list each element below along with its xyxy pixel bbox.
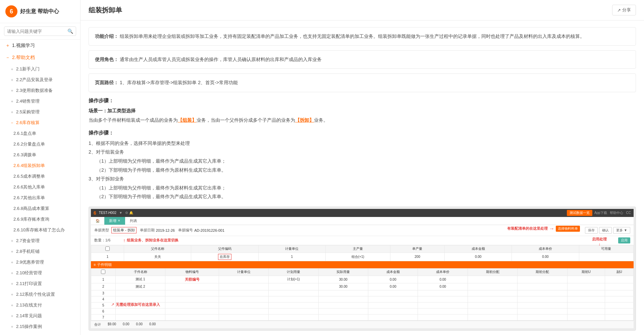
table-row: 6 <box>91 308 634 314</box>
mock-test-btn[interactable]: 测试数据一览 <box>567 210 592 216</box>
sidebar-item-s261[interactable]: 2.6.1盘点单 <box>5 128 80 139</box>
select-all-upper[interactable] <box>105 246 110 251</box>
intro-box: 功能介绍： 组装拆卸单用来处理企业组装或拆卸等加工业务，支持有固定装配清单的产品… <box>89 27 636 46</box>
sidebar-item-s24[interactable]: ＋ 2.4销售管理 <box>0 96 80 107</box>
th-cost-price: 成本单价 <box>512 245 579 253</box>
sidebar-item-s267[interactable]: 2.6.7其他出库单 <box>5 192 80 203</box>
sidebar-item-s29[interactable]: ＋ 2.9优惠券管理 <box>0 257 80 268</box>
sidebar-item-s262[interactable]: 2.6.2分量盘点单 <box>5 139 80 150</box>
logo-area: 6 好生意 帮助中心 <box>0 0 80 23</box>
red-box-code: 在库存 <box>218 254 231 260</box>
search-box[interactable]: 🔍 <box>4 26 76 36</box>
th-cost-amt2: 成本金额 <box>368 268 418 276</box>
strip-icon: ≡ <box>94 263 96 267</box>
th-u: 期初U <box>567 268 605 276</box>
annotation1-group: 有装配清单的在这里处理 → 选择物料料单 <box>507 226 580 232</box>
search-area: 🔍 <box>0 23 80 40</box>
mock-more-btn[interactable]: 更多 ▼ <box>613 227 630 234</box>
select-all-lower[interactable] <box>101 270 105 274</box>
annotation3-arrow: ↑ <box>123 238 125 243</box>
mock-upper-table-wrap: 父件名称 父件编码 计量单位 主产量 单产量 成本金额 成本单价 可用量 1 <box>91 245 634 261</box>
sub-plus-icon: ＋ <box>10 260 14 265</box>
sidebar-item-s2610[interactable]: 2.6.10库存账本错了怎么办 <box>5 225 80 235</box>
sidebar-item-s213[interactable]: ＋ 2.13在线支付 <box>0 300 80 311</box>
nav-sub-list-docs: ＋ 2.1新手入门 ＋ 2.2产品安装及登录 ＋ 2.3使用前数据准备 ＋ 2.… <box>0 64 80 332</box>
th-cost-amt: 成本金额 <box>445 245 512 253</box>
td-parent-name: 关关 <box>124 253 191 261</box>
sidebar-item-s22[interactable]: ＋ 2.2产品安装及登录 <box>0 74 80 85</box>
share-icon: ↗ <box>617 8 621 13</box>
sub-plus-icon: ＋ <box>10 302 14 308</box>
close-icon: ✕ <box>118 219 120 222</box>
sub-plus-icon: ＋ <box>10 109 14 115</box>
th-actual-qty: 实际用量 <box>318 268 368 276</box>
sidebar-item-s265[interactable]: 2.6.5成本调整单 <box>5 171 80 182</box>
step2-sub2: （2）下部明细为子件明细，最终作为原材料生成其它出库单。 <box>97 166 636 175</box>
table-row: 5 <box>91 302 634 308</box>
sidebar-item-s23[interactable]: ＋ 2.3使用前数据准备 <box>0 85 80 96</box>
th-unit-qty: 单产量 <box>390 245 444 253</box>
mock-lower-table-body: 1 测试 1 关联编号 计划(+1) 30.00 0.00 0.00 <box>91 276 634 320</box>
sidebar-item-s21[interactable]: ＋ 2.1新手入门 <box>0 64 80 74</box>
mock-top-nav: 6 TEST-H002 ▼ ⚙ 🔔 测试数据一览 App下载 帮助中心 CC <box>91 209 634 217</box>
ops-heading: 操作步骤： <box>89 98 636 104</box>
mock-confirm-btn[interactable]: 确认 <box>599 227 612 234</box>
step2-text: 2、对于组装业务 <box>89 148 636 157</box>
annotation4-group: 启用处理 ↓ <box>592 237 607 246</box>
sidebar-item-s268[interactable]: 2.6.8商品成本重算 <box>5 203 80 214</box>
mock-type-label: 单据类型 <box>94 228 109 232</box>
td-main-qty: 组合(+1) <box>325 253 390 261</box>
search-input[interactable] <box>7 29 67 34</box>
mock-left-icons: 🏠 <box>91 217 104 225</box>
td-parent-code: 在库存 <box>191 253 258 261</box>
sidebar-item-s211[interactable]: ＋ 2.11打印设置 <box>0 278 80 289</box>
sidebar-item-s269[interactable]: 2.6.9库存账本查询 <box>5 214 80 225</box>
role-box: 使用角色： 通常由生产人员或库管人员完成拆装业务的操作，库管人员确认原材料的出库… <box>89 50 636 69</box>
step3-sub2: （2）下部明细为子件明细，最终作为产成品生成其它入库单。 <box>97 192 636 201</box>
annotation1-text: 有装配清单的在这里处理 <box>507 226 548 231</box>
mock-enable-btn[interactable]: 启用 <box>618 237 630 243</box>
sidebar-item-docs[interactable]: － 2.帮助文档 <box>0 52 80 64</box>
mock-lower-table: 子件名称 物料编号 计量单位 计划用量 实际用量 成本金额 成本单价 期初分配 … <box>91 268 634 321</box>
th-unit: 计量单位 <box>258 245 325 253</box>
nav-list: ＋ 1.视频学习 － 2.帮助文档 ＋ 2.1新手入门 ＋ 2.2产品安装及登录 <box>0 40 80 335</box>
sidebar-item-s212[interactable]: ＋ 2.12系统个性化设置 <box>0 289 80 300</box>
mock-save-btn[interactable]: 保存 <box>585 227 598 234</box>
mock-tab-active[interactable]: 新增 ✕ <box>104 217 125 225</box>
table-row: 7 <box>91 314 634 320</box>
sidebar-item-s28[interactable]: ＋ 2.8手机旺铺 <box>0 246 80 257</box>
sidebar-item-s27[interactable]: ＋ 2.7资金管理 <box>0 235 80 246</box>
th-child-name: 子件名称 <box>115 268 165 276</box>
th-cb <box>91 268 116 276</box>
td-cost-price: 0.00 <box>512 253 579 261</box>
step3-sub1: （1）上部明细为父件明细，最终作为原材料生成其它出库单； <box>97 183 636 192</box>
search-icon: 🔍 <box>67 29 73 34</box>
sidebar-item-s215[interactable]: ＋ 2.15操作案例 <box>0 321 80 332</box>
sidebar-item-s266[interactable]: 2.6.6其他入库单 <box>5 182 80 192</box>
sidebar-item-s25[interactable]: ＋ 2.5采购管理 <box>0 107 80 117</box>
share-button[interactable]: ↗ 分享 <box>612 5 636 15</box>
step2-sub1: （1）上部明细为父件明细，最终作为产成品生成其它入库单； <box>97 157 636 166</box>
mock-num-field: 单据编号 AD-20191226-001 <box>178 228 224 233</box>
sidebar-item-s26[interactable]: － 2.6库存核算 <box>0 117 80 128</box>
sub-plus-icon: ＋ <box>10 66 14 72</box>
ops-steps-label: 操作步骤： <box>89 130 636 136</box>
mock-tab-list[interactable]: 列表 <box>125 217 142 225</box>
sidebar-item-s210[interactable]: ＋ 2.10经营管理 <box>0 268 80 278</box>
strip-text: 子件明细 <box>97 262 112 267</box>
sidebar-item-s214[interactable]: ＋ 2.14常见问题 <box>0 311 80 321</box>
table-row: 1 测试 1 关联编号 计划(+1) 30.00 0.00 0.00 <box>91 276 634 283</box>
th-parent-code: 父件编码 <box>191 245 258 253</box>
sidebar-item-s263[interactable]: 2.6.3调拨单 <box>5 150 80 160</box>
th-init-alloc: 期初分配 <box>468 268 517 276</box>
mock-date-field: 单据日期 2019-12-26 <box>140 228 175 233</box>
sidebar-item-video[interactable]: ＋ 1.视频学习 <box>0 40 80 52</box>
highlight-chaijian: 【拆卸】 <box>295 117 314 123</box>
sidebar-item-s264[interactable]: 2.6.4组装拆卸单 <box>5 160 80 171</box>
mock-select-bom-btn[interactable]: 选择物料料单 <box>556 226 580 232</box>
annotation4-arrow: ↓ <box>598 242 600 246</box>
sub-plus-icon: ＋ <box>10 238 14 244</box>
th-init-alloc2: 期初分配 <box>518 268 567 276</box>
th-sub-u: 副U <box>605 268 634 276</box>
footer-v1: $9.00 <box>108 322 116 327</box>
